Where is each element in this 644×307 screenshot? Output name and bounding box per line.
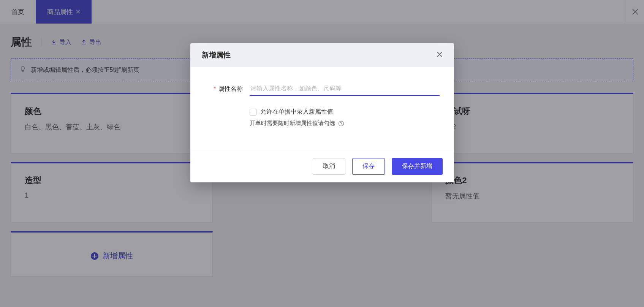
save-button[interactable]: 保存 — [352, 158, 385, 175]
modal-close-button[interactable] — [435, 50, 444, 60]
question-circle-icon[interactable] — [338, 120, 344, 127]
form-row-name: * 属性名称 — [205, 82, 440, 96]
modal-footer: 取消 保存 保存并新增 — [190, 150, 454, 182]
attribute-name-input[interactable] — [250, 82, 440, 96]
modal-title: 新增属性 — [202, 50, 231, 60]
field-label: * 属性名称 — [205, 85, 243, 93]
save-and-new-label: 保存并新增 — [402, 162, 432, 170]
modal-header: 新增属性 — [190, 43, 454, 67]
save-label: 保存 — [362, 162, 375, 170]
save-and-new-button[interactable]: 保存并新增 — [392, 158, 443, 175]
checkbox-icon[interactable] — [250, 109, 256, 116]
checkbox-label: 允许在单据中录入新属性值 — [260, 108, 333, 116]
required-asterisk: * — [214, 85, 216, 92]
field-label-text: 属性名称 — [218, 85, 243, 93]
help-row: 开单时需要随时新增属性值请勾选 — [250, 120, 440, 127]
checkbox-row[interactable]: 允许在单据中录入新属性值 — [250, 108, 440, 116]
cancel-button[interactable]: 取消 — [313, 158, 345, 175]
add-attribute-modal: 新增属性 * 属性名称 允许在单据中录入新属性值 开单时需要随时新增属性值请勾选 — [190, 43, 454, 182]
modal-overlay: 新增属性 * 属性名称 允许在单据中录入新属性值 开单时需要随时新增属性值请勾选 — [0, 0, 644, 307]
modal-body: * 属性名称 允许在单据中录入新属性值 开单时需要随时新增属性值请勾选 — [190, 67, 454, 150]
help-text: 开单时需要随时新增属性值请勾选 — [250, 120, 335, 127]
cancel-label: 取消 — [323, 162, 335, 170]
